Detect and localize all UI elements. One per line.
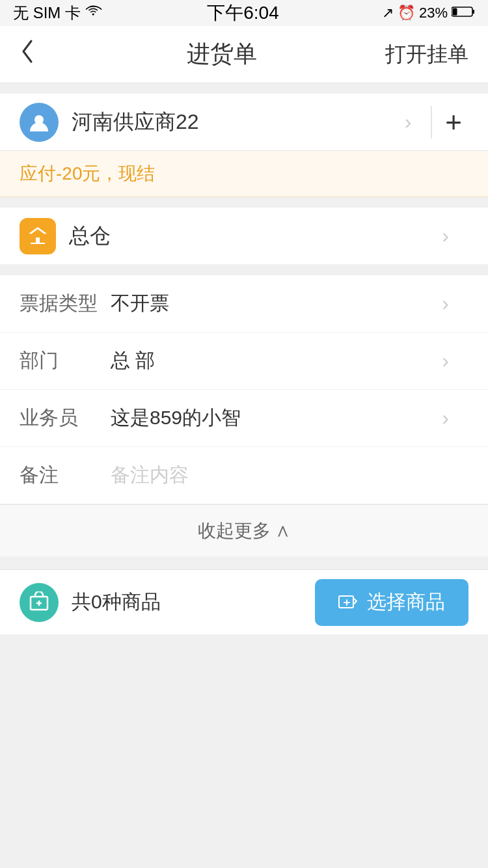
product-bar: 共0种商品 选择商品 xyxy=(0,569,488,634)
divider-top xyxy=(0,83,488,94)
product-count: 共0种商品 xyxy=(72,589,315,616)
salesperson-chevron: › xyxy=(442,406,449,430)
supplier-chevron-icon: › xyxy=(405,110,412,134)
status-left: 无 SIM 卡 xyxy=(13,3,104,23)
department-chevron: › xyxy=(442,349,449,373)
invoice-type-row[interactable]: 票据类型 不开票 › xyxy=(0,275,488,332)
remark-placeholder[interactable]: 备注内容 xyxy=(111,462,468,489)
salesperson-label: 业务员 xyxy=(20,405,111,431)
select-product-label: 选择商品 xyxy=(367,589,445,616)
location-icon: ↗ xyxy=(382,5,394,21)
department-label: 部门 xyxy=(20,347,111,374)
bottom-space xyxy=(0,556,488,569)
divider-3 xyxy=(0,265,488,275)
department-value: 总 部 xyxy=(111,347,442,374)
remark-row[interactable]: 备注 备注内容 xyxy=(0,447,488,504)
salesperson-value: 这是859的小智 xyxy=(111,405,442,431)
notice-bar: 应付-20元，现结 xyxy=(0,151,488,197)
wifi-icon xyxy=(86,4,104,22)
warehouse-chevron-icon: › xyxy=(442,224,449,248)
collapse-button[interactable]: 收起更多 ∧ xyxy=(0,504,488,556)
alarm-icon: ⏰ xyxy=(398,5,415,21)
svg-rect-1 xyxy=(472,10,474,14)
back-button[interactable] xyxy=(20,38,59,70)
battery-icon xyxy=(452,5,475,21)
warehouse-icon xyxy=(20,218,56,254)
page-footer xyxy=(0,634,488,817)
invoice-type-label: 票据类型 xyxy=(20,290,111,317)
salesperson-row[interactable]: 业务员 这是859的小智 › xyxy=(0,390,488,447)
carrier-text: 无 SIM 卡 xyxy=(13,3,81,23)
status-bar: 无 SIM 卡 下午6:04 ↗ ⏰ 23% xyxy=(0,0,488,26)
invoice-type-value: 不开票 xyxy=(111,290,442,317)
supplier-divider xyxy=(431,106,432,139)
product-icon xyxy=(20,583,59,622)
svg-rect-2 xyxy=(453,8,457,16)
battery-text: 23% xyxy=(419,5,448,21)
supplier-avatar xyxy=(20,103,59,142)
add-supplier-button[interactable]: + xyxy=(439,106,468,139)
page-title: 进货单 xyxy=(187,38,257,70)
fields-section: 票据类型 不开票 › 部门 总 部 › 业务员 这是859的小智 › 备注 备注… xyxy=(0,275,488,504)
remark-label: 备注 xyxy=(20,462,111,489)
invoice-type-chevron: › xyxy=(442,292,449,316)
open-pending-button[interactable]: 打开挂单 xyxy=(385,40,468,69)
warehouse-row[interactable]: 总仓 › xyxy=(0,208,488,265)
status-right: ↗ ⏰ 23% xyxy=(382,5,475,21)
department-row[interactable]: 部门 总 部 › xyxy=(0,332,488,390)
supplier-section: 河南供应商22 › + 应付-20元，现结 xyxy=(0,94,488,197)
nav-bar: 进货单 打开挂单 xyxy=(0,26,488,83)
notice-text: 应付-20元，现结 xyxy=(20,163,155,183)
supplier-row[interactable]: 河南供应商22 › + xyxy=(0,94,488,151)
select-product-button[interactable]: 选择商品 xyxy=(315,579,468,626)
divider-2 xyxy=(0,197,488,208)
warehouse-name: 总仓 xyxy=(69,222,442,251)
status-time: 下午6:04 xyxy=(207,1,279,25)
supplier-name: 河南供应商22 xyxy=(72,108,405,137)
